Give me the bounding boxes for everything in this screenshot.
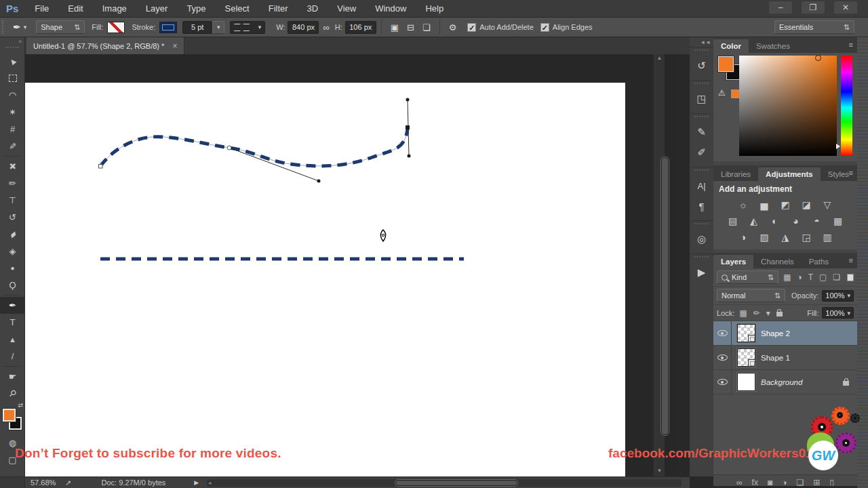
hand-tool[interactable]: ☛: [0, 368, 25, 385]
path-alignment-icon[interactable]: ⊟: [407, 22, 414, 33]
filter-kind-select[interactable]: Kind ⇅: [717, 270, 778, 284]
scroll-down-icon[interactable]: ▼: [654, 467, 665, 475]
opacity-input[interactable]: 100% ▾: [822, 290, 854, 302]
brush-presets-panel-button[interactable]: ✎: [690, 122, 713, 142]
color-picker-cursor[interactable]: [815, 55, 821, 61]
dodge-tool[interactable]: Ϙ: [0, 277, 25, 293]
tab-swatches[interactable]: Swatches: [749, 39, 797, 53]
shape2-dashed-curve[interactable]: [100, 129, 408, 166]
tab-paths[interactable]: Paths: [802, 255, 836, 268]
exposure-icon[interactable]: ◪: [799, 199, 814, 211]
channel-mixer-icon[interactable]: ◓: [810, 215, 825, 227]
lock-paint-icon[interactable]: ✏: [753, 308, 760, 318]
foreground-color-swatch[interactable]: [3, 409, 16, 422]
minimize-button[interactable]: –: [769, 1, 792, 14]
hue-saturation-icon[interactable]: ▤: [726, 215, 741, 227]
lasso-tool[interactable]: ◠: [0, 87, 25, 104]
gradient-tool[interactable]: ◈: [0, 243, 25, 260]
layer-row-background[interactable]: Background: [713, 370, 857, 394]
visibility-cell[interactable]: [713, 321, 732, 345]
layer-name[interactable]: Background: [761, 378, 802, 386]
photo-filter-icon[interactable]: ◕: [789, 215, 804, 227]
clone-source-panel-button[interactable]: ◎: [690, 229, 713, 249]
current-tool-dropdown[interactable]: ✒ ▾: [13, 22, 26, 33]
invert-icon[interactable]: ◑: [736, 231, 751, 243]
shape-width-input[interactable]: 840 px: [288, 21, 319, 34]
layer-thumbnail[interactable]: [737, 373, 755, 391]
curves-icon[interactable]: ◩: [778, 199, 793, 211]
selective-color-icon[interactable]: ▥: [820, 231, 835, 243]
path-arrangement-icon[interactable]: ❏: [422, 22, 431, 33]
move-tool[interactable]: ▲: [0, 53, 25, 70]
shape-height-input[interactable]: 106 px: [345, 21, 376, 34]
stroke-width-input[interactable]: 5 pt: [182, 21, 212, 34]
dock-grip[interactable]: [694, 169, 709, 173]
align-edges-checkbox[interactable]: ✓: [540, 23, 549, 32]
eyedropper-tool[interactable]: ✎: [0, 138, 25, 155]
menu-help[interactable]: Help: [416, 0, 453, 18]
paragraph-panel-button[interactable]: ¶: [690, 196, 713, 216]
dock-grip[interactable]: [694, 223, 709, 226]
tab-adjustments[interactable]: Adjustments: [758, 167, 821, 181]
direction-handle-line[interactable]: [229, 148, 319, 181]
zoom-level[interactable]: 57.68%: [31, 479, 56, 487]
pen-tool[interactable]: ✒: [0, 297, 25, 314]
tool-mode-select[interactable]: Shape ⇅: [36, 20, 85, 34]
clone-stamp-tool[interactable]: ⊤: [0, 192, 25, 209]
history-panel-button[interactable]: ↺: [690, 56, 713, 76]
filter-pixel-layers-icon[interactable]: ▦: [783, 272, 791, 282]
menu-image[interactable]: Image: [93, 0, 136, 18]
menu-3d[interactable]: 3D: [298, 0, 328, 18]
close-tab-icon[interactable]: ×: [172, 41, 177, 51]
path-operations-icon[interactable]: ▣: [391, 22, 399, 33]
adjustment-layer-icon[interactable]: ◑: [782, 478, 787, 486]
direction-handle-point[interactable]: [406, 98, 410, 102]
eraser-tool[interactable]: ▰: [0, 226, 25, 243]
character-panel-button[interactable]: A|: [690, 176, 713, 196]
layer-mask-icon[interactable]: ◙: [768, 478, 772, 486]
type-tool[interactable]: T: [0, 314, 25, 331]
visibility-cell[interactable]: [713, 346, 732, 369]
dock-grip[interactable]: [694, 83, 709, 86]
layer-style-icon[interactable]: fx: [752, 478, 758, 486]
swap-colors-icon[interactable]: ⇄: [18, 402, 23, 409]
dock-grip[interactable]: [694, 49, 709, 53]
auto-add-delete-checkbox[interactable]: ✓: [467, 23, 476, 32]
close-button[interactable]: ✕: [834, 1, 857, 14]
stroke-type-dropdown[interactable]: — — — — ▾: [230, 21, 265, 34]
layer-row-shape1[interactable]: Shape 1: [713, 346, 857, 370]
levels-icon[interactable]: ▅: [757, 199, 772, 211]
line-tool[interactable]: /: [0, 348, 25, 365]
posterize-icon[interactable]: ▨: [757, 231, 772, 243]
history-brush-tool[interactable]: ↺: [0, 209, 25, 226]
menu-edit[interactable]: Edit: [58, 0, 92, 18]
gradient-map-icon[interactable]: ◲: [799, 231, 814, 243]
filter-smart-objects-icon[interactable]: ❏: [833, 272, 840, 282]
anchor-point-start[interactable]: [99, 165, 103, 169]
horizontal-scrollbar[interactable]: ◂: [207, 479, 682, 487]
tab-libraries[interactable]: Libraries: [713, 167, 758, 181]
direction-handle-point[interactable]: [408, 155, 411, 158]
brush-settings-panel-button[interactable]: ✐: [690, 142, 713, 163]
menu-filter[interactable]: Filter: [259, 0, 298, 18]
threshold-icon[interactable]: ◮: [778, 231, 793, 243]
zoom-tool[interactable]: ⚲: [0, 385, 25, 402]
layer-thumbnail[interactable]: [737, 324, 755, 342]
panel-menu-icon[interactable]: ≡: [849, 41, 853, 49]
dock-grip[interactable]: [694, 116, 709, 119]
layer-name[interactable]: Shape 1: [761, 354, 790, 362]
scroll-up-icon[interactable]: ▲: [654, 54, 665, 62]
anchor-point-smooth[interactable]: [227, 146, 231, 150]
restore-button[interactable]: ❐: [802, 1, 825, 14]
panel-menu-icon[interactable]: ≡: [849, 169, 853, 177]
menu-layer[interactable]: Layer: [136, 0, 178, 18]
new-layer-icon[interactable]: ⊞: [813, 478, 820, 486]
toolbar-grip[interactable]: [5, 47, 19, 51]
scroll-left-icon[interactable]: ◂: [208, 480, 211, 486]
filter-type-layers-icon[interactable]: T: [808, 272, 813, 282]
menu-window[interactable]: Window: [366, 0, 416, 18]
marquee-tool[interactable]: [0, 70, 25, 87]
hue-slider-pointer[interactable]: [836, 144, 840, 149]
panel-menu-icon[interactable]: ≡: [849, 256, 853, 264]
layer-row-shape2[interactable]: Shape 2: [713, 321, 857, 346]
